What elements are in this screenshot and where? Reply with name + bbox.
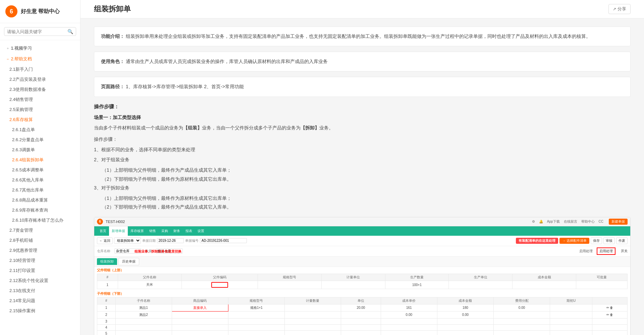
- minus-icon: −: [7, 57, 9, 61]
- step-3-2: （2）下部明细为子件明细，最终作为产成品生成其它入库单。: [94, 203, 631, 212]
- search-icon: 🔍: [67, 29, 73, 34]
- sidebar-item-docs-2610[interactable]: 2.6.10库存账本错了怎么办: [0, 215, 80, 225]
- sidebar-item-docs-211[interactable]: 2.11打印设置: [0, 266, 80, 276]
- step-3: 3、对于拆卸业务: [94, 183, 631, 192]
- scene1-title: 场景一：加工类型选择: [94, 115, 631, 121]
- nav-tree: +1.视频学习−2.帮助文档2.1新手入门2.2产品安装及登录2.3使用前数据准…: [0, 40, 80, 335]
- sidebar-item-docs-28[interactable]: 2.8手机旺铺: [0, 235, 80, 245]
- share-button[interactable]: ↗ 分享: [608, 4, 631, 14]
- sidebar-item-docs[interactable]: −2.帮助文档: [0, 54, 80, 64]
- screenshot-mockup: 6 TEST-H002 ⚙ 🔔 App下载 在线留言 帮助中心 CC 新建单据 …: [94, 217, 631, 335]
- search-box[interactable]: 🔍: [4, 27, 76, 36]
- sidebar-item-docs-265[interactable]: 2.6.5成本调整单: [0, 165, 80, 175]
- path-text: 1、库存核算->库存管理->组装拆卸单 2、首页->常用功能: [126, 84, 244, 89]
- step-2-1: （1）上部明细为父件明细，最终作为产成品生成其它入库单；: [94, 166, 631, 175]
- main-panel: 组装拆卸单 ↗ 分享 功能介绍： 组装拆卸单用来处理企业组装或拆卸等加工业务，支…: [80, 0, 644, 335]
- role-block: 使用角色： 通常由生产人员或库管人员完成拆装业务的操作，库管人员确认原材料的出库…: [94, 52, 631, 71]
- func-intro-text: 组装拆卸单用来处理企业组装或拆卸等加工业务，支持有固定装配清单的产品加工业务，也…: [126, 34, 591, 39]
- nav-label: 1.视频学习: [11, 45, 32, 51]
- sidebar-item-docs-27[interactable]: 2.7资金管理: [0, 225, 80, 235]
- share-icon: ↗: [613, 7, 616, 11]
- search-area: 🔍: [0, 23, 80, 40]
- sidebar-item-docs-212[interactable]: 2.12系统个性化设置: [0, 276, 80, 286]
- sidebar-item-docs-264[interactable]: 2.6.4组装拆卸单: [0, 155, 80, 165]
- logo-area: 6 好生意 帮助中心: [0, 0, 80, 23]
- sidebar-item-docs-24[interactable]: 2.4销售管理: [0, 95, 80, 105]
- nav-label: 2.帮助文档: [11, 56, 32, 62]
- plus-icon: +: [7, 46, 9, 50]
- path-label: 页面路径：: [101, 84, 124, 89]
- scene1-steps-title: 操作步骤：: [94, 135, 631, 144]
- step-2: 2、对于组装业务: [94, 155, 631, 164]
- sidebar-item-docs-213[interactable]: 2.13在线支付: [0, 286, 80, 296]
- sidebar-item-docs-23[interactable]: 2.3使用前数据准备: [0, 85, 80, 95]
- sidebar-item-docs-29[interactable]: 2.9优惠券管理: [0, 245, 80, 256]
- sidebar-item-docs-268[interactable]: 2.6.8商品成本重算: [0, 195, 80, 205]
- sidebar-item-docs-26[interactable]: 2.6库存核算: [0, 115, 80, 125]
- sidebar-item-docs-215[interactable]: 2.15操作案例: [0, 306, 80, 316]
- logo-text: 好生意 帮助中心: [21, 8, 60, 15]
- search-input[interactable]: [7, 29, 67, 34]
- step-3-1: （1）上部明细为父件明细，最终作为原材料生成其它出库单；: [94, 194, 631, 203]
- sidebar-item-docs-25[interactable]: 2.5采购管理: [0, 105, 80, 115]
- sidebar: 6 好生意 帮助中心 🔍 +1.视频学习−2.帮助文档2.1新手入门2.2产品安…: [0, 0, 80, 335]
- func-intro-block: 功能介绍： 组装拆卸单用来处理企业组装或拆卸等加工业务，支持有固定装配清单的产品…: [94, 26, 631, 46]
- sidebar-item-docs-269[interactable]: 2.6.9库存账本查询: [0, 205, 80, 215]
- sidebar-item-docs-262[interactable]: 2.6.2分量盘点单: [0, 135, 80, 145]
- sidebar-item-docs-266[interactable]: 2.6.6其他入库单: [0, 175, 80, 185]
- page-title: 组装拆卸单: [94, 4, 131, 14]
- role-label: 使用角色：: [101, 59, 124, 64]
- sidebar-item-docs-267[interactable]: 2.6.7其他出库单: [0, 185, 80, 195]
- role-text: 通常由生产人员或库管人员完成拆装业务的操作，库管人员确认原材料的出库和产成品的入…: [126, 59, 328, 64]
- sidebar-item-docs-261[interactable]: 2.6.1盘点单: [0, 125, 80, 135]
- logo-icon: 6: [5, 5, 17, 17]
- sidebar-item-docs-210[interactable]: 2.10经营管理: [0, 256, 80, 266]
- sidebar-item-video[interactable]: +1.视频学习: [0, 43, 80, 54]
- step-1: 1、根据不同的业务，选择不同单据的类型来处理: [94, 145, 631, 154]
- content-area: 功能介绍： 组装拆卸单用来处理企业组装或拆卸等加工业务，支持有固定装配清单的产品…: [80, 18, 644, 335]
- path-block: 页面路径： 1、库存核算->库存管理->组装拆卸单 2、首页->常用功能: [94, 77, 631, 97]
- step-2-2: （2）下部明细为子件明细，最终作为原材料生成其它出库单。: [94, 175, 631, 184]
- header: 组装拆卸单 ↗ 分享: [80, 0, 644, 18]
- steps-title: 操作步骤：: [94, 104, 631, 110]
- scene1-desc: 当由多个子件材料组装成一个成品的业务为【组装】业务，当由一个父件拆分成多个子产品…: [94, 123, 631, 132]
- func-intro-label: 功能介绍：: [101, 34, 124, 39]
- sidebar-item-docs-214[interactable]: 2.14常见问题: [0, 296, 80, 306]
- sidebar-item-docs-263[interactable]: 2.6.3调拨单: [0, 145, 80, 155]
- sidebar-item-docs-21[interactable]: 2.1新手入门: [0, 64, 80, 74]
- share-label: 分享: [618, 6, 626, 12]
- sidebar-item-docs-22[interactable]: 2.2产品安装及登录: [0, 74, 80, 85]
